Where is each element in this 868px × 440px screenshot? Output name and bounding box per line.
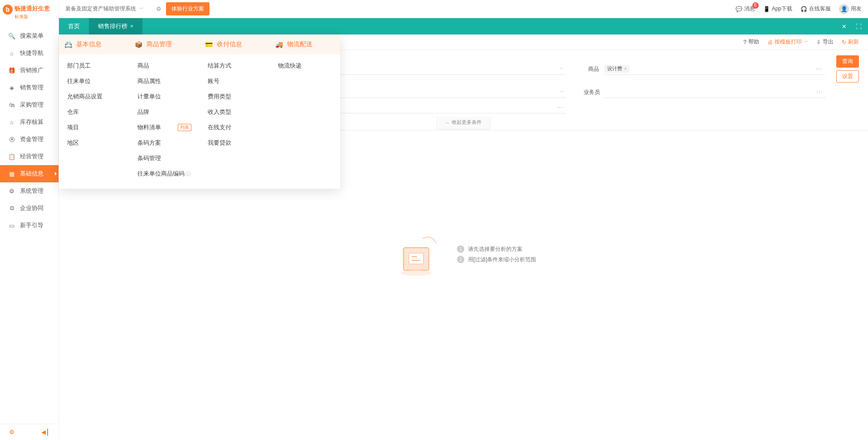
chip-remove-icon[interactable]: × [624,66,627,71]
mega-item-label: 物料清单 [137,123,161,132]
industry-plan-button[interactable]: 体验行业方案 [166,2,210,15]
mega-item[interactable]: 往来单位商品编码ⓘ [133,166,196,181]
salesperson-input[interactable]: ⋯ [604,86,826,98]
product-label: 商品 [576,65,599,73]
sidebar-item-4[interactable]: 🛍采购管理 [0,96,59,113]
mega-item[interactable]: 在线支付 [203,120,266,135]
mega-item[interactable]: 条码管理 [133,151,196,166]
sidebar-item-label: 新手引导 [20,221,44,230]
mega-item[interactable]: 账号 [203,73,266,89]
system-selector[interactable]: 装备及固定资产辅助管理系统 ﹀ [65,5,151,13]
more-icon[interactable]: ⋯ [814,88,824,96]
collapse-filters-toggle[interactable]: ︿ 收起更多条件 [436,117,491,130]
collapse-sidebar-icon[interactable]: ◀┃ [41,429,49,435]
avatar-icon: 👤 [839,4,849,14]
filter-settings-button[interactable]: 设置 [836,70,859,83]
mega-column-title: 收付信息 [217,40,242,49]
link-icon: ⧉ [8,205,15,212]
sidebar-item-6[interactable]: ⦿资金管理 [0,131,59,148]
mega-item[interactable]: 仓库 [63,104,126,120]
mega-item[interactable]: 项目 [63,120,126,135]
brand-name: 畅捷通好生意 [15,5,50,13]
mega-item-label: 允销商品设置 [67,93,102,101]
mega-item[interactable]: 往来单位 [63,73,126,89]
mega-column-2: 💳收付信息结算方式账号费用类型收入类型在线支付我要贷款 [200,34,270,181]
mega-column-0: 📇基本信息部门员工往来单位允销商品设置仓库项目地区 [59,34,129,181]
mega-item[interactable]: 我要贷款 [203,135,266,151]
mega-column-header: 📦商品管理 [129,34,200,54]
mega-item[interactable]: 允销商品设置 [63,89,126,104]
search-icon: 🔍 [8,32,15,39]
sidebar-item-5[interactable]: ⌂库存核算 [0,113,59,131]
help-action[interactable]: ?帮助 [743,38,759,46]
basic-info-mega-menu: 📇基本信息部门员工往来单位允销商品设置仓库项目地区📦商品管理商品商品属性计量单位… [59,34,340,189]
mega-item[interactable]: 商品 [133,58,196,73]
product-input[interactable]: 设计费× ⋯ [603,63,825,75]
sidebar-item-9[interactable]: ⚙系统管理 [0,182,59,200]
sidebar-item-label: 搜索菜单 [20,32,44,40]
messages-badge: 6 [752,2,759,9]
mega-item[interactable]: 部门员工 [63,58,126,73]
mega-column-header: 💳收付信息 [200,34,270,54]
gift-icon: 🎁 [8,67,15,74]
print-action[interactable]: 🖨按模板打印﹀ [767,38,808,46]
fullscreen-icon[interactable]: ⛶ [853,21,863,31]
query-button[interactable]: 查询 [836,55,859,68]
tabsbar: 首页 销售排行榜 × ✕ ⛶ [59,18,868,34]
salesperson-label: 业务员 [577,88,600,96]
sidebar-item-10[interactable]: ⧉企业协同 [0,200,59,217]
mega-item[interactable]: 收入类型 [203,104,266,120]
mega-item-label: 物流快递 [278,62,302,70]
tab-home[interactable]: 首页 [59,18,89,34]
mega-item[interactable]: 物料清单列表 [133,120,196,135]
mega-header-icon: 📇 [63,40,73,49]
headset-icon: 🎧 [800,6,807,12]
tab-sales-ranking[interactable]: 销售排行榜 × [89,18,142,34]
sidebar-item-11[interactable]: ▭新手引导 [0,217,59,234]
app-download-link[interactable]: 📱 App下载 [763,5,792,13]
online-service-link[interactable]: 🎧 在线客服 [800,5,831,13]
mega-item[interactable]: 物流快递 [273,58,336,73]
mega-item-label: 商品 [137,62,149,70]
brand-edition: 标准版 [15,14,50,20]
user-menu[interactable]: 👤 用友 [839,4,862,14]
mega-item[interactable]: 费用类型 [203,89,266,104]
sidebar-item-8[interactable]: ▦基础信息 [0,165,59,182]
warehouse-icon: ⌂ [8,118,15,126]
sidebar-item-2[interactable]: 🎁营销推广 [0,62,59,79]
mega-item-label: 在线支付 [208,123,231,132]
mega-item[interactable]: 地区 [63,135,126,151]
refresh-action[interactable]: ↻刷新 [842,38,859,46]
mega-item[interactable]: 计量单位 [133,89,196,104]
message-icon: 💬 [736,6,742,12]
grid-icon: ▦ [8,170,15,177]
mega-item-tag: 列表 [178,124,191,131]
messages-link[interactable]: 💬 消息 6 [736,5,755,13]
settings-icon[interactable]: ⚙ [9,429,15,435]
sidebar-item-3[interactable]: ◈销售管理 [0,79,59,96]
sidebar-item-1[interactable]: ⌂快捷导航 [0,44,59,62]
mega-item-label: 往来单位 [67,77,91,85]
mega-header-icon: 📦 [134,40,143,49]
tab-close-icon[interactable]: × [130,23,133,29]
help-icon[interactable]: ⓘ [185,171,190,176]
mega-item[interactable]: 品牌 [133,104,196,120]
close-all-tabs-icon[interactable]: ✕ [839,21,849,31]
mega-column-1: 📦商品管理商品商品属性计量单位品牌物料清单列表条码方案条码管理往来单位商品编码ⓘ [129,34,200,181]
mega-item[interactable]: 条码方案 [133,135,196,151]
more-icon[interactable]: ⋯ [555,104,565,111]
mega-item[interactable]: 商品属性 [133,73,196,89]
sidebar-item-7[interactable]: 📋经营管理 [0,148,59,165]
system-settings-icon[interactable]: ⚙ [156,5,161,12]
export-action[interactable]: ⇩导出 [816,38,834,46]
mega-item-label: 品牌 [137,108,149,116]
more-icon[interactable]: ⋯ [814,65,824,73]
mega-header-icon: 💳 [204,40,213,49]
sidebar-item-0[interactable]: 🔍搜索菜单 [0,27,59,44]
empty-step-1: 请先选择要分析的方案 [468,245,522,253]
export-icon: ⇩ [816,39,821,45]
mega-item[interactable]: 结算方式 [203,58,266,73]
product-chip[interactable]: 设计费× [605,65,629,73]
mega-item-label: 仓库 [67,108,79,116]
mega-item-label: 项目 [67,123,79,132]
